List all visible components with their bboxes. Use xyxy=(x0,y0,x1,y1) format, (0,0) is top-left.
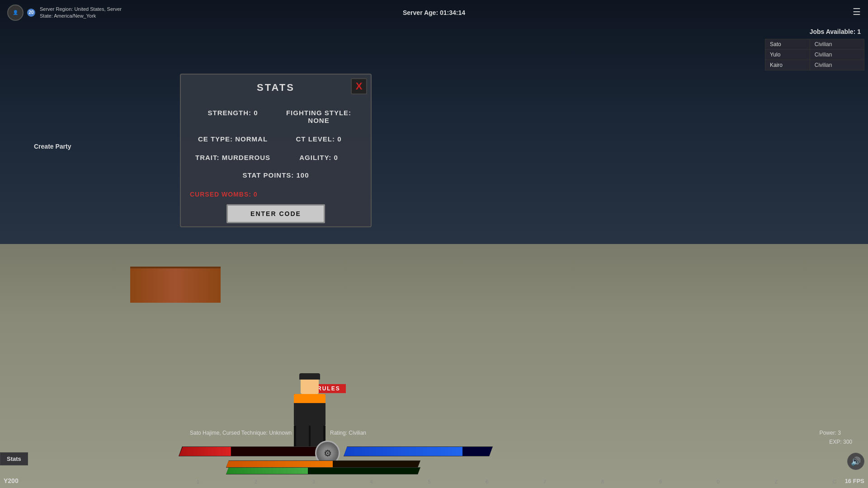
hotbar-9: 9 xyxy=(659,479,662,484)
menu-icon[interactable]: ☰ xyxy=(853,6,861,17)
jobs-row-3: Kairo Civilian xyxy=(765,60,864,70)
character-shirt xyxy=(294,394,326,403)
enter-code-button[interactable]: ENTER CODE xyxy=(226,204,325,223)
hp-bar-container xyxy=(179,446,328,456)
jobs-player-1: Sato xyxy=(765,39,810,50)
wall-structure xyxy=(130,267,221,303)
character-body xyxy=(294,394,326,426)
stamina-bar-container xyxy=(226,460,420,468)
hotbar-3: 3 xyxy=(312,479,315,484)
sound-icon[interactable]: 🔊 xyxy=(847,453,864,470)
server-age: Server Age: 01:34:14 xyxy=(403,9,465,16)
stats-grid: STRENGTH: 0 FIGHTING STYLE: NONE CE TYPE… xyxy=(181,99,371,188)
stat-fighting-style: FIGHTING STYLE: NONE xyxy=(276,103,362,130)
player-name-label: Sato Hajime, Cursed Technique: Unknown xyxy=(190,430,292,436)
background xyxy=(0,0,868,488)
jobs-title: Jobs Available: 1 xyxy=(765,26,864,37)
stat-cursed-wombs: CURSED WOMBS: 0 xyxy=(181,188,371,201)
y200-label: Y200 xyxy=(4,477,19,484)
jobs-row-1: Sato Civilian xyxy=(765,39,864,50)
character-figure xyxy=(294,376,326,448)
rating-label: Rating: Civilian xyxy=(330,430,366,436)
fps-counter: 16 FPS xyxy=(845,478,864,484)
stat-trait: TRAIT: MURDEROUS xyxy=(190,148,276,167)
character-leg-left xyxy=(296,426,309,448)
energy-bar-background xyxy=(344,446,493,456)
stats-button[interactable]: Stats xyxy=(0,452,28,465)
server-icon: 👤 xyxy=(7,5,24,21)
sky xyxy=(0,0,868,268)
jobs-table: Sato Civilian Yulo Civilian Kairo Civili… xyxy=(765,39,864,70)
stats-close-button[interactable]: X xyxy=(351,78,367,94)
jobs-role-2: Civilian xyxy=(810,50,864,60)
power-label: Power: 3 xyxy=(820,430,841,436)
stat-points: STAT POINTS: 100 xyxy=(190,167,362,183)
stat-agility: AGILITY: 0 xyxy=(276,148,362,167)
special-bar-container xyxy=(226,467,420,474)
exp-label: EXP: 300 xyxy=(829,439,852,445)
hp-bar-fill xyxy=(179,447,231,456)
stat-strength: STRENGTH: 0 xyxy=(190,103,276,130)
hotbar-8: 8 xyxy=(601,479,604,484)
energy-bar-fill xyxy=(344,447,462,456)
stamina-bar-fill xyxy=(226,461,333,467)
stamina-bar-background xyxy=(226,460,420,468)
jobs-role-1: Civilian xyxy=(810,39,864,50)
hotbar-6: 6 xyxy=(486,479,488,484)
energy-bar-container xyxy=(344,446,493,456)
server-badge: 20 xyxy=(27,9,36,17)
hotbar-5: 5 xyxy=(428,479,430,484)
special-bar-background xyxy=(226,467,420,474)
jobs-player-3: Kairo xyxy=(765,60,810,70)
hotbar-1: 1 xyxy=(197,479,199,484)
hotbar-7: 7 xyxy=(543,479,546,484)
hotbar-4: 4 xyxy=(370,479,373,484)
hotbar-2: 2 xyxy=(255,479,257,484)
stats-modal-title: STATS xyxy=(181,75,371,99)
hotbar-0: 0 xyxy=(717,479,720,484)
jobs-row-2: Yulo Civilian xyxy=(765,50,864,60)
stat-ct-level: CT LEVEL: 0 xyxy=(276,130,362,148)
hotbar-c: C xyxy=(833,479,836,484)
stats-modal: STATS X STRENGTH: 0 FIGHTING STYLE: NONE… xyxy=(180,74,372,227)
hp-bar-background xyxy=(179,446,328,456)
hotbar-z: Z xyxy=(774,479,778,484)
stat-ce-type: CE TYPE: NORMAL xyxy=(190,130,276,148)
jobs-panel: Jobs Available: 1 Sato Civilian Yulo Civ… xyxy=(765,26,864,70)
hotbar-numbers: 1 2 3 4 5 6 7 8 9 0 Z C xyxy=(179,479,854,484)
top-bar: 👤 20 Server Region: United States, Serve… xyxy=(0,0,868,25)
jobs-role-3: Civilian xyxy=(810,60,864,70)
jobs-player-2: Yulo xyxy=(765,50,810,60)
character-head xyxy=(301,376,319,394)
server-region-text: Server Region: United States, Server Sta… xyxy=(40,6,130,19)
character-hair xyxy=(299,373,320,380)
create-party-button[interactable]: Create Party xyxy=(34,143,71,150)
special-bar-fill xyxy=(226,468,308,474)
server-info: 👤 20 Server Region: United States, Serve… xyxy=(7,5,130,21)
